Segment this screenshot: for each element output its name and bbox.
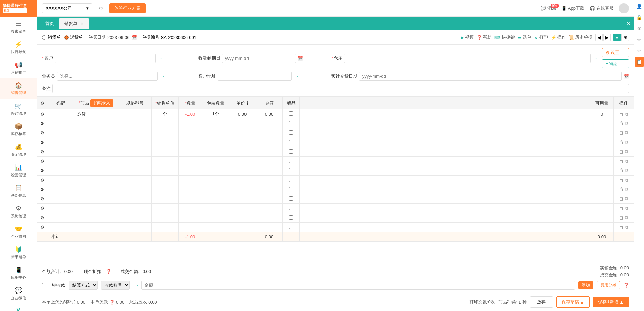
discount-help-icon[interactable]: ❓: [106, 269, 111, 274]
cell-pack[interactable]: [202, 204, 229, 213]
cell-barcode[interactable]: [47, 157, 74, 166]
radio-sale-input[interactable]: [42, 35, 46, 40]
online-service-btn[interactable]: 🎧 在线客服: [590, 5, 614, 11]
cell-qty[interactable]: [179, 194, 202, 204]
delete-row-btn[interactable]: 🗑: [619, 158, 624, 164]
sidebar-item-sales-mgmt[interactable]: 🏠 销售管理: [0, 78, 37, 99]
cell-gift[interactable]: [283, 223, 300, 232]
gift-checkbox[interactable]: [289, 168, 293, 172]
cell-amount[interactable]: [256, 194, 283, 204]
due-date-calendar-icon[interactable]: 📅: [298, 56, 303, 61]
sidebar-item-vip[interactable]: V 畅会员: [0, 304, 37, 311]
cell-price[interactable]: [229, 213, 256, 223]
sidebar-item-purchase-mgmt[interactable]: 🛒 采购管理: [0, 99, 37, 119]
delete-row-btn[interactable]: 🗑: [619, 187, 624, 192]
delete-row-btn[interactable]: 🗑: [619, 196, 624, 201]
due-date-input[interactable]: [222, 54, 296, 63]
cell-amount[interactable]: [256, 176, 283, 185]
cell-qty[interactable]: [179, 157, 202, 166]
cell-unit[interactable]: [152, 119, 179, 128]
delete-row-btn[interactable]: 🗑: [619, 177, 624, 183]
cell-qty[interactable]: [179, 213, 202, 223]
cell-barcode[interactable]: [47, 204, 74, 213]
cell-qty[interactable]: [179, 119, 202, 128]
cell-price[interactable]: [229, 176, 256, 185]
trial-plan-button[interactable]: 体验行业方案: [109, 3, 146, 13]
app-download-btn[interactable]: 📱 App下载: [561, 5, 584, 11]
cell-price[interactable]: [229, 128, 256, 138]
cell-pack[interactable]: [202, 176, 229, 185]
cell-product[interactable]: [74, 157, 118, 166]
gift-checkbox[interactable]: [289, 149, 293, 154]
cell-barcode[interactable]: [47, 109, 74, 119]
cell-unit[interactable]: [152, 223, 179, 232]
cell-barcode[interactable]: [47, 128, 74, 138]
cell-unit[interactable]: [152, 185, 179, 194]
expected-date-calendar-icon[interactable]: 📅: [623, 74, 629, 79]
cell-product[interactable]: [74, 166, 118, 176]
gift-checkbox[interactable]: [289, 206, 293, 210]
sidebar-item-wechat-biz[interactable]: 💬 企业微信: [0, 283, 37, 304]
one-click-pay-checkbox[interactable]: 一键收款: [42, 282, 65, 288]
cell-spec[interactable]: [118, 213, 152, 223]
sidebar-item-operations[interactable]: 📊 经营管理: [0, 160, 37, 181]
delete-row-btn[interactable]: 🗑: [619, 224, 624, 230]
cell-price[interactable]: [229, 194, 256, 204]
copy-row-btn[interactable]: ⧉: [625, 121, 628, 126]
cell-unit[interactable]: [152, 138, 179, 147]
cell-product[interactable]: [74, 223, 118, 232]
cell-amount[interactable]: [256, 204, 283, 213]
radio-sale-bill[interactable]: 销货单: [42, 34, 61, 40]
gift-checkbox[interactable]: [289, 130, 293, 135]
cell-amount[interactable]: [256, 213, 283, 223]
gift-checkbox[interactable]: [289, 111, 293, 116]
cell-pack[interactable]: [202, 128, 229, 138]
cell-unit[interactable]: [152, 213, 179, 223]
gift-checkbox[interactable]: [289, 121, 293, 125]
add-payment-btn[interactable]: 添加: [578, 281, 593, 289]
cell-gear[interactable]: ⚙: [37, 128, 47, 138]
cell-product[interactable]: [74, 147, 118, 157]
sidebar-item-search-bill[interactable]: ☰ 搜索菜单: [0, 17, 37, 37]
cell-spec[interactable]: [118, 204, 152, 213]
cell-product[interactable]: [74, 213, 118, 223]
cell-price[interactable]: [229, 147, 256, 157]
right-sidebar-contact-btn[interactable]: 👤: [635, 2, 644, 11]
cell-pack[interactable]: [202, 185, 229, 194]
cell-gear[interactable]: ⚙: [37, 204, 47, 213]
customer-input[interactable]: [55, 54, 156, 63]
cell-amount[interactable]: [256, 185, 283, 194]
cell-gift[interactable]: [283, 213, 300, 223]
cell-spec[interactable]: [118, 185, 152, 194]
cell-gift[interactable]: [283, 166, 300, 176]
cell-amount[interactable]: [256, 166, 283, 176]
cell-gift[interactable]: [283, 128, 300, 138]
gift-checkbox[interactable]: [289, 140, 293, 144]
cell-pack[interactable]: [202, 166, 229, 176]
delete-row-btn[interactable]: 🗑: [619, 168, 624, 173]
right-sidebar-lock-btn[interactable]: 🔒: [635, 13, 644, 22]
cell-spec[interactable]: [118, 119, 152, 128]
cell-gift[interactable]: [283, 176, 300, 185]
cell-gear[interactable]: ⚙: [37, 213, 47, 223]
amount-input[interactable]: [141, 281, 575, 290]
warehouse-select-btn[interactable]: ···: [593, 56, 597, 61]
copy-row-btn[interactable]: ⧉: [625, 111, 628, 117]
close-all-tabs-btn[interactable]: ✕: [626, 21, 631, 27]
salesperson-select-btn[interactable]: ···: [160, 74, 164, 79]
cell-amount[interactable]: [256, 223, 283, 232]
sidebar-item-finance[interactable]: 💰 资金管理: [0, 140, 37, 160]
cell-qty[interactable]: [179, 147, 202, 157]
cell-unit[interactable]: 个: [152, 109, 179, 119]
copy-row-btn[interactable]: ⧉: [625, 177, 628, 183]
cell-barcode[interactable]: [47, 213, 74, 223]
cell-product[interactable]: [74, 204, 118, 213]
delete-row-btn[interactable]: 🗑: [619, 121, 624, 126]
copy-row-btn[interactable]: ⧉: [625, 168, 628, 173]
prev-btn[interactable]: ◀: [595, 34, 603, 41]
delete-row-btn[interactable]: 🗑: [619, 140, 624, 145]
help-btn[interactable]: ❓ 帮助: [477, 34, 492, 40]
video-btn[interactable]: ▶ 视频: [461, 34, 474, 40]
sidebar-item-marketing[interactable]: 📢 营销推广: [0, 58, 37, 78]
cell-pack[interactable]: [202, 138, 229, 147]
